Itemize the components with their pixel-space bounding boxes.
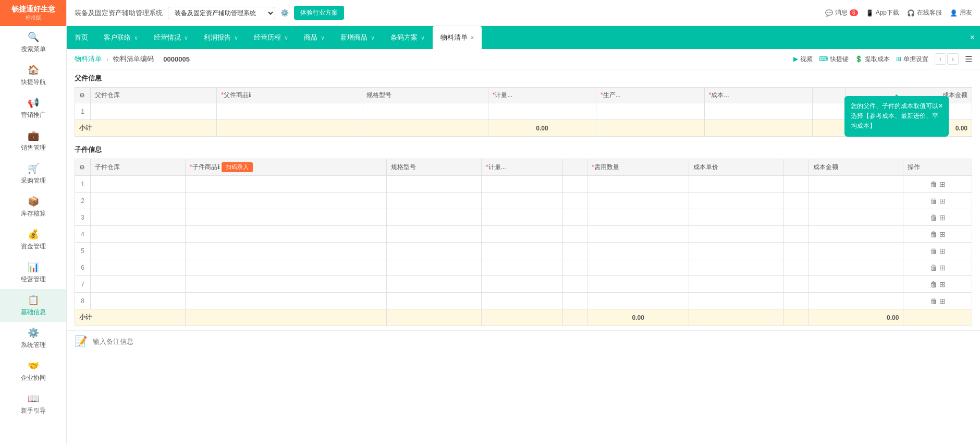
tab-newgoods[interactable]: 新增商品 ∨ <box>333 26 383 49</box>
child-unit-cell-5[interactable] <box>481 243 562 259</box>
child-unitcost-cell-8[interactable] <box>689 293 784 309</box>
shortcut-btn[interactable]: ⌨ 快捷键 <box>819 55 849 64</box>
sidebar-item-purchase[interactable]: 🛒 采购管理 <box>0 158 66 190</box>
tab-profit-close[interactable]: ∨ <box>234 34 238 41</box>
child-qty-cell-4[interactable] <box>587 226 689 243</box>
sidebar-item-guide[interactable]: 📖 新手引导 <box>0 388 66 421</box>
child-warehouse-cell-6[interactable] <box>91 259 186 276</box>
child-qty-cell-5[interactable] <box>587 243 689 259</box>
sidebar-item-search[interactable]: 🔍 搜索菜单 <box>0 26 66 59</box>
child-qty-cell-8[interactable] <box>587 293 689 309</box>
child-unit-cell-7[interactable] <box>481 276 562 293</box>
view-btn[interactable]: ▶ 视频 <box>793 55 813 64</box>
child-unitcost-cell-2[interactable] <box>689 193 784 209</box>
sidebar-item-sales[interactable]: 💼 销售管理 <box>0 125 66 158</box>
child-warehouse-cell-4[interactable] <box>91 226 186 243</box>
child-product-cell-7[interactable] <box>185 276 386 293</box>
child-product-cell-1[interactable] <box>185 176 386 193</box>
parent-product-cell[interactable] <box>217 103 362 120</box>
parent-spec-cell[interactable] <box>362 103 488 120</box>
sidebar-item-basic[interactable]: 📋 基础信息 <box>0 289 66 322</box>
child-unitcost-cell-1[interactable] <box>689 176 784 193</box>
child-spec-cell-6[interactable] <box>387 259 482 276</box>
child-spec-cell-4[interactable] <box>387 226 482 243</box>
delete-icon-3[interactable]: 🗑 <box>930 213 937 222</box>
child-product-cell-2[interactable] <box>185 193 386 209</box>
tab-customer-close[interactable]: ∨ <box>134 34 138 41</box>
tooltip-close-btn[interactable]: × <box>939 101 942 111</box>
child-product-cell-3[interactable] <box>185 209 386 226</box>
sidebar-item-marketing[interactable]: 📢 营销推广 <box>0 92 66 125</box>
copy-icon-4[interactable]: ⊞ <box>939 230 946 238</box>
copy-icon-2[interactable]: ⊞ <box>939 197 946 205</box>
child-spec-cell-8[interactable] <box>387 293 482 309</box>
sidebar-item-finance[interactable]: 💰 资金管理 <box>0 223 66 256</box>
sidebar-item-inventory[interactable]: 📦 库存核算 <box>0 190 66 223</box>
sidebar-item-collab[interactable]: 🤝 企业协同 <box>0 355 66 388</box>
child-spec-cell-7[interactable] <box>387 276 482 293</box>
delete-icon-1[interactable]: 🗑 <box>930 180 937 188</box>
child-spec-cell-3[interactable] <box>387 209 482 226</box>
delete-icon-5[interactable]: 🗑 <box>930 247 937 255</box>
child-warehouse-cell-2[interactable] <box>91 193 186 209</box>
cost-btn[interactable]: 💲 提取成本 <box>855 55 890 64</box>
tab-customer[interactable]: 客户联络 ∨ <box>96 26 146 49</box>
child-warehouse-cell-5[interactable] <box>91 243 186 259</box>
system-selector[interactable]: 装备及固定资产辅助管理系统 <box>168 7 275 19</box>
close-all-tabs[interactable]: × <box>965 33 980 42</box>
parent-warehouse-cell[interactable] <box>91 103 217 120</box>
child-warehouse-cell-3[interactable] <box>91 209 186 226</box>
copy-icon-3[interactable]: ⊞ <box>939 213 946 222</box>
child-unit-cell-1[interactable] <box>481 176 562 193</box>
child-warehouse-cell-1[interactable] <box>91 176 186 193</box>
child-unitcost-cell-5[interactable] <box>689 243 784 259</box>
user-btn[interactable]: 👤 用友 <box>950 8 972 17</box>
tab-operations-close[interactable]: ∨ <box>184 34 188 41</box>
child-unitcost-cell-4[interactable] <box>689 226 784 243</box>
child-product-cell-5[interactable] <box>185 243 386 259</box>
tab-barcode[interactable]: 条码方案 ∨ <box>383 26 433 49</box>
child-spec-cell-1[interactable] <box>387 176 482 193</box>
child-product-cell-6[interactable] <box>185 259 386 276</box>
tab-bom-close[interactable]: × <box>471 34 474 41</box>
child-qty-cell-6[interactable] <box>587 259 689 276</box>
copy-icon-6[interactable]: ⊞ <box>939 263 946 272</box>
child-qty-cell-1[interactable] <box>587 176 689 193</box>
delete-icon-6[interactable]: 🗑 <box>930 263 937 272</box>
child-unitcost-cell-6[interactable] <box>689 259 784 276</box>
delete-icon-2[interactable]: 🗑 <box>930 197 937 205</box>
tab-profit[interactable]: 利润报告 ∨ <box>196 26 246 49</box>
online-service-btn[interactable]: 🎧 在线客服 <box>907 8 942 17</box>
tab-barcode-close[interactable]: ∨ <box>421 34 425 41</box>
sidebar-item-operations[interactable]: 📊 经营管理 <box>0 256 66 289</box>
breadcrumb-item1[interactable]: 物料清单 <box>75 54 102 64</box>
next-arrow[interactable]: › <box>947 53 959 65</box>
child-unit-cell-6[interactable] <box>481 259 562 276</box>
child-unit-cell-3[interactable] <box>481 209 562 226</box>
child-col-settings[interactable]: ⚙ <box>75 159 91 176</box>
gear-icon[interactable]: ⚙️ <box>280 9 289 17</box>
child-unitcost-cell-7[interactable] <box>689 276 784 293</box>
child-spec-cell-2[interactable] <box>387 193 482 209</box>
sidebar-item-system[interactable]: ⚙️ 系统管理 <box>0 322 66 355</box>
child-spec-cell-5[interactable] <box>387 243 482 259</box>
note-input[interactable] <box>93 338 972 345</box>
tab-operations[interactable]: 经营情况 ∨ <box>146 26 196 49</box>
tab-goods[interactable]: 商品 ∨ <box>296 26 333 49</box>
parent-cost-cell[interactable] <box>704 103 813 120</box>
copy-icon-1[interactable]: ⊞ <box>939 180 946 188</box>
child-qty-cell-2[interactable] <box>587 193 689 209</box>
tab-home[interactable]: 首页 <box>67 26 96 49</box>
tab-newgoods-close[interactable]: ∨ <box>371 34 375 41</box>
child-warehouse-cell-7[interactable] <box>91 276 186 293</box>
child-product-cell-4[interactable] <box>185 226 386 243</box>
child-qty-cell-7[interactable] <box>587 276 689 293</box>
prev-arrow[interactable]: ‹ <box>935 53 946 65</box>
message-btn[interactable]: 💬 消息 6 <box>825 8 858 17</box>
tab-bom[interactable]: 物料清单 × <box>433 26 482 49</box>
tab-history[interactable]: 经营历程 ∨ <box>246 26 296 49</box>
child-unit-cell-2[interactable] <box>481 193 562 209</box>
sidebar-item-quicknav[interactable]: 🏠 快捷导航 <box>0 59 66 92</box>
copy-icon-8[interactable]: ⊞ <box>939 297 946 305</box>
copy-icon-5[interactable]: ⊞ <box>939 247 946 255</box>
